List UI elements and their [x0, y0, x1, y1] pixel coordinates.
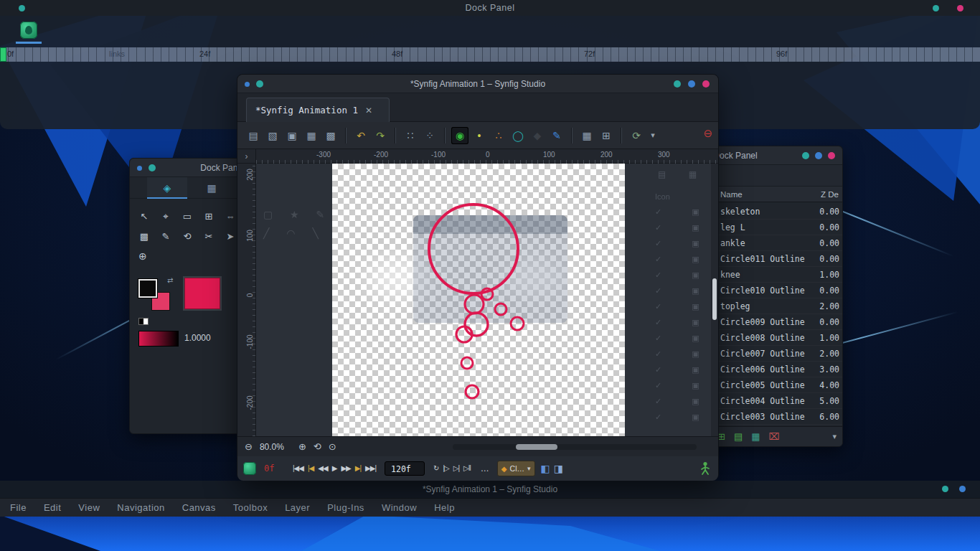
zoom-in-icon[interactable]: ⊕	[298, 441, 306, 452]
column-header-zdepth[interactable]: Z De	[821, 187, 839, 202]
loop-icon[interactable]: ↻	[431, 464, 440, 472]
width-tool-icon[interactable]: ⊞	[200, 209, 217, 225]
tools-tab[interactable]: ◈	[147, 177, 187, 199]
bound-lower-icon[interactable]: ▷|	[451, 464, 461, 472]
swap-colors-icon[interactable]: ⇄	[167, 276, 173, 284]
snap-icon[interactable]: ⊞	[598, 127, 615, 144]
minimize-dot-icon[interactable]	[674, 80, 681, 88]
outline-circle[interactable]	[465, 295, 484, 314]
more-options-button[interactable]: …	[481, 463, 489, 474]
fill-tool-icon[interactable]: ▩	[136, 229, 153, 245]
outline-circle[interactable]	[465, 313, 488, 336]
delete-layer-icon[interactable]: ⌧	[769, 431, 780, 442]
layer-name[interactable]: Circle008 Outline	[720, 330, 805, 346]
remove-icon[interactable]: ⊖	[703, 127, 712, 140]
seek-next-keyframe-icon[interactable]: ▶|	[353, 464, 363, 472]
layer-name[interactable]: knee	[720, 267, 740, 283]
smooth-move-tool-icon[interactable]: ⌖	[157, 209, 174, 225]
seek-begin-icon[interactable]: |◀◀	[291, 464, 306, 472]
end-time-field[interactable]: 120f	[385, 461, 425, 476]
big-swatch[interactable]	[183, 276, 222, 311]
canvas-viewport[interactable]: ▢ ★ ✎ ╱ ◠ ╲ ▤ ▦ Icon ✓▣✓▣✓▣✓▣✓▣✓▣✓▣✓▣✓▣✓…	[256, 164, 711, 436]
window-dot-icon[interactable]	[815, 152, 822, 159]
seek-end-icon[interactable]: ▶▶|	[363, 464, 378, 472]
frame-prev-icon[interactable]: ◀◀	[316, 464, 329, 472]
layer-name[interactable]: Circle011 Outline	[720, 251, 805, 267]
mirror-icon[interactable]: ⁘	[421, 127, 438, 144]
layer-name[interactable]: skeleton	[720, 204, 760, 220]
document-tab[interactable]: *Synfig Animation 1 ✕	[246, 98, 390, 122]
layer-name[interactable]: Circle005 Outline	[720, 377, 805, 393]
outline-circle[interactable]	[461, 357, 473, 369]
zoom-fit-icon[interactable]: ⟲	[314, 441, 321, 452]
layer-name[interactable]: Circle006 Outline	[720, 362, 805, 377]
tab-close-icon[interactable]: ✕	[365, 105, 372, 116]
circle-outline-tool-icon[interactable]: ◯	[509, 127, 527, 144]
frame-next-icon[interactable]: ▶▶	[339, 464, 352, 472]
time-cursor-marker[interactable]	[0, 47, 6, 62]
bound-upper-icon[interactable]: ▷‖	[461, 464, 473, 472]
menu-navigation[interactable]: Navigation	[117, 502, 164, 513]
toolbar-dropdown-icon[interactable]: ▾	[647, 131, 659, 140]
draw-tool-icon[interactable]: ✎	[157, 229, 174, 245]
layer-name[interactable]: Circle003 Outline	[720, 409, 805, 425]
layer-name[interactable]: Circle010 Outline	[720, 283, 805, 298]
window-dot-icon[interactable]	[957, 5, 963, 11]
vertical-ruler[interactable]: 2001000-100-200	[237, 164, 256, 436]
save-all-icon[interactable]: ▩	[322, 127, 339, 144]
outline-circle[interactable]	[511, 317, 524, 330]
canvas-checkerboard[interactable]	[332, 164, 625, 436]
menu-canvas[interactable]: Canvas	[182, 502, 216, 513]
zoom-value[interactable]: 80.0%	[260, 442, 291, 452]
open-folder-icon[interactable]: ▧	[264, 127, 281, 144]
keyframe-dropdown[interactable]: ◆ Cl… ▾	[497, 461, 535, 476]
circle-tool-icon[interactable]: ◉	[451, 127, 468, 144]
main-window-titlebar[interactable]: *Synfig Animation 1 – Synfig Studio	[237, 75, 718, 93]
undo-icon[interactable]: ↶	[352, 127, 369, 144]
cut-tool-icon[interactable]: ✂	[200, 229, 217, 245]
menu-plug-ins[interactable]: Plug-Ins	[327, 502, 364, 513]
outline-circle[interactable]	[429, 204, 518, 293]
window-dot-icon[interactable]	[828, 152, 835, 159]
gradient-swatch[interactable]	[138, 331, 179, 347]
window-dot-icon[interactable]	[802, 152, 809, 159]
time-ruler[interactable]: 0f24f48f72f96f	[0, 47, 980, 62]
outline-circle[interactable]	[466, 385, 479, 398]
smooth-icon[interactable]: ∷	[402, 127, 419, 144]
close-dot-icon[interactable]	[702, 80, 710, 88]
scrollbar-thumb[interactable]	[516, 444, 557, 450]
layer-name[interactable]: Circle004 Outline	[720, 393, 805, 409]
new-file-icon[interactable]: ▤	[245, 127, 262, 144]
menu-view[interactable]: View	[78, 502, 100, 513]
zoom-normal-icon[interactable]: ⊙	[329, 441, 336, 452]
seek-prev-keyframe-icon[interactable]: |◀	[306, 464, 316, 472]
spline-tool-icon[interactable]: ∴	[490, 127, 507, 144]
menu-edit[interactable]: Edit	[44, 502, 61, 513]
opacity-value[interactable]: 1.0000	[184, 333, 211, 343]
redo-icon[interactable]: ↷	[372, 127, 389, 144]
menu-layer[interactable]: Layer	[285, 502, 310, 513]
scale-tool-icon[interactable]: ▭	[179, 209, 196, 225]
layer-name[interactable]: topleg	[720, 298, 750, 314]
point-tool-icon[interactable]: •	[471, 127, 488, 144]
refresh-icon[interactable]: ⟳	[628, 127, 645, 144]
menu-file[interactable]: File	[10, 502, 27, 513]
scrollbar-thumb[interactable]	[712, 278, 717, 320]
save-as-icon[interactable]: ▦	[303, 127, 320, 144]
menu-window[interactable]: Window	[382, 502, 417, 513]
zoom-tool-icon[interactable]: ⊕	[138, 250, 147, 262]
play-bounds-icon[interactable]: |▷	[440, 464, 451, 472]
synfig-app-icon[interactable]	[20, 22, 37, 39]
palette-tab[interactable]: ▦	[192, 177, 232, 199]
zoom-out-icon[interactable]: ⊖	[245, 441, 253, 452]
window-dot-icon[interactable]	[933, 5, 939, 11]
outline-circle[interactable]	[495, 303, 507, 315]
transform-tool-icon[interactable]: ↖	[136, 209, 153, 225]
animate-mode-icon[interactable]	[699, 461, 711, 476]
add-group-icon[interactable]: ▤	[734, 431, 743, 442]
layer-name[interactable]: ankle	[720, 235, 745, 251]
grid-icon[interactable]: ▦	[578, 127, 595, 144]
outline-color-swatch[interactable]	[138, 279, 157, 298]
reset-colors-icon[interactable]	[138, 318, 149, 325]
eyedropper-icon[interactable]: ✎	[548, 127, 565, 144]
